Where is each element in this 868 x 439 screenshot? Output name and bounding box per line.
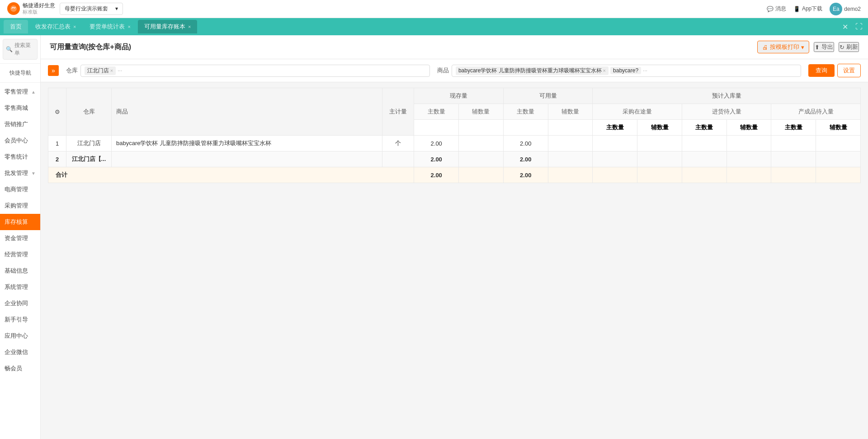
product-filter-input[interactable]: babycare学饮杯 儿童防摔防撞吸管杯重力球吸嘴杯宝宝水杯 × babyca… — [452, 65, 801, 77]
print-icon: 🖨 — [762, 44, 768, 51]
tab-receive-send-label: 收发存汇总表 — [35, 23, 71, 31]
table-scroll-wrap[interactable]: ⚙ 仓库 商品 主计量 现存量 可用量 预计入库量 主数量 辅数量 主数量 — [48, 88, 861, 183]
export-btn[interactable]: ⬆ 导出 — [814, 42, 834, 52]
col-header-incoming-wait: 进货待入量 — [682, 104, 771, 120]
total-available-aux — [548, 167, 593, 183]
sidebar-item-app-center[interactable]: 应用中心 — [0, 328, 40, 344]
cell-iw-aux-group — [726, 151, 771, 167]
message-label: 消息 — [775, 5, 786, 13]
expand-tabs-btn[interactable]: ⛶ — [854, 23, 864, 31]
cell-fin-main-group — [771, 151, 816, 167]
sidebar-item-system-mgmt[interactable]: 系统管理 — [0, 279, 40, 295]
filter-actions: 查询 设置 — [808, 64, 861, 77]
filter-toggle-btn[interactable]: » — [48, 65, 59, 76]
cell-pt-main-group — [593, 151, 637, 167]
tab-order-stats[interactable]: 要货单统计表 × — [83, 20, 137, 33]
table-row: 1 江北门店 babycare学饮杯 儿童防摔防撞吸管杯重力球吸嘴杯宝宝水杯 个… — [48, 136, 861, 151]
sidebar-item-ops-mgmt-label: 经营管理 — [5, 250, 28, 259]
sidebar-item-member-center[interactable]: 会员中心 — [0, 132, 40, 149]
chevron-up-icon: ▲ — [31, 90, 36, 94]
product-more-dots: ··· — [643, 67, 647, 74]
template-print-label: 按模板打印 — [770, 43, 799, 51]
cell-iw-main-group — [682, 151, 726, 167]
cell-unit-group — [382, 151, 414, 167]
logo-title: 畅捷通好生意 — [23, 2, 55, 9]
sidebar-item-retail-stats[interactable]: 零售统计 — [0, 149, 40, 165]
sidebar-item-ecom-mgmt[interactable]: 电商管理 — [0, 181, 40, 198]
total-iw-main — [682, 167, 726, 183]
sidebar-item-inventory-check[interactable]: 库存核算 — [0, 214, 40, 230]
sidebar-search-area: 🔍 搜索菜单 — [0, 35, 40, 64]
top-bar-right: 💬 消息 📱 App下载 Ea demo2 — [767, 3, 861, 15]
col-header-incoming: 预计入库量 — [593, 88, 861, 104]
tab-available-stock-close[interactable]: × — [188, 24, 191, 29]
col-header-fin-aux: 辅数量 — [816, 120, 861, 136]
app-icon: 📱 — [793, 6, 800, 12]
store-selector[interactable]: 母婴行业演示账套 ▾ — [60, 3, 123, 15]
sidebar-item-member[interactable]: 畅会员 — [0, 360, 40, 377]
col-header-finished: 产成品待入量 — [771, 104, 861, 120]
template-print-btn[interactable]: 🖨 按模板打印 ▾ — [757, 41, 809, 53]
sidebar-item-quick-nav[interactable]: 快捷导航 — [0, 66, 40, 80]
sidebar-item-ops-mgmt[interactable]: 经营管理 — [0, 246, 40, 263]
sidebar-item-enterprise-collab[interactable]: 企业协同 — [0, 295, 40, 312]
search-menu-btn[interactable]: 🔍 搜索菜单 — [3, 39, 38, 60]
product-tag-1-remove[interactable]: × — [603, 68, 606, 73]
message-btn[interactable]: 💬 消息 — [767, 5, 786, 13]
total-stock-aux — [459, 167, 504, 183]
sidebar-item-retail-mall[interactable]: 零售商城 — [0, 100, 40, 116]
nav-tabs-right: ✕ ⛶ — [840, 23, 864, 31]
sidebar-item-purchase-mgmt-label: 采购管理 — [5, 202, 28, 210]
warehouse-tag-1-remove[interactable]: × — [110, 68, 113, 73]
col-header-available-aux: 辅数量 — [548, 104, 593, 120]
sidebar-item-enterprise-wx[interactable]: 企业微信 — [0, 344, 40, 360]
sidebar-item-new-guide[interactable]: 新手引导 — [0, 312, 40, 328]
sidebar-item-ecom-mgmt-label: 电商管理 — [5, 185, 28, 194]
avatar-initials: Ea — [833, 6, 840, 12]
cell-pt-aux-group — [637, 151, 682, 167]
setting-btn[interactable]: 设置 — [837, 64, 861, 77]
cell-pt-aux — [637, 136, 682, 151]
app-download-btn[interactable]: 📱 App下载 — [793, 5, 822, 13]
cell-available-aux-group — [548, 151, 593, 167]
tab-receive-send[interactable]: 收发存汇总表 × — [29, 20, 82, 33]
sidebar-item-wholesale-mgmt[interactable]: 批发管理 ▼ — [0, 165, 40, 181]
total-iw-aux — [726, 167, 771, 183]
tab-home[interactable]: 首页 — [4, 20, 28, 33]
tab-available-stock-label: 可用量库存账本 — [144, 23, 185, 31]
export-icon: ⬆ — [815, 44, 820, 51]
table-row: 2 江北门店【... 2.00 2.00 — [48, 151, 861, 167]
col-header-fin-main: 主数量 — [771, 120, 816, 136]
username: demo2 — [844, 6, 861, 12]
tab-receive-send-close[interactable]: × — [73, 24, 76, 29]
table-area: ⚙ 仓库 商品 主计量 现存量 可用量 预计入库量 主数量 辅数量 主数量 — [41, 82, 868, 439]
query-btn[interactable]: 查询 — [808, 64, 835, 77]
cell-fin-aux-group — [816, 151, 861, 167]
total-label: 合计 — [48, 167, 414, 183]
warehouse-filter-input[interactable]: 江北门店 × ··· — [80, 65, 430, 77]
cell-stock-aux — [459, 136, 504, 151]
warehouse-more-dots: ··· — [118, 67, 122, 74]
chevron-down-icon: ▼ — [31, 171, 36, 176]
chevron-down-icon2: ▾ — [801, 44, 804, 51]
refresh-btn[interactable]: ↻ 刷新 — [839, 42, 859, 52]
sidebar-item-marketing[interactable]: 营销推广 — [0, 116, 40, 132]
total-row: 合计 2.00 2.00 — [48, 167, 861, 183]
cell-iw-main — [682, 136, 726, 151]
cell-stock-aux-group — [459, 151, 504, 167]
filter-bar: » 仓库 江北门店 × ··· 商品 babycare学饮杯 儿童防摔防撞吸管杯… — [41, 59, 868, 82]
col-header-stock-aux: 辅数量 — [459, 104, 504, 120]
sidebar-item-finance-mgmt[interactable]: 资金管理 — [0, 230, 40, 246]
warehouse-filter-group: 仓库 江北门店 × ··· — [66, 65, 430, 77]
tab-available-stock[interactable]: 可用量库存账本 × — [138, 20, 197, 33]
sidebar-item-purchase-mgmt[interactable]: 采购管理 — [0, 198, 40, 214]
sidebar-item-retail-mgmt[interactable]: 零售管理 ▲ — [0, 84, 40, 100]
col-header-unit: 主计量 — [382, 88, 414, 136]
svg-point-0 — [10, 5, 17, 12]
cell-product: babycare学饮杯 儿童防摔防撞吸管杯重力球吸嘴杯宝宝水杯 — [112, 136, 382, 151]
product-filter-group: 商品 babycare学饮杯 儿童防摔防撞吸管杯重力球吸嘴杯宝宝水杯 × bab… — [437, 65, 801, 77]
tab-order-stats-close[interactable]: × — [127, 24, 130, 29]
user-area[interactable]: Ea demo2 — [830, 3, 861, 15]
close-all-tabs-btn[interactable]: ✕ — [840, 23, 850, 31]
sidebar-item-basic-info[interactable]: 基础信息 — [0, 263, 40, 279]
